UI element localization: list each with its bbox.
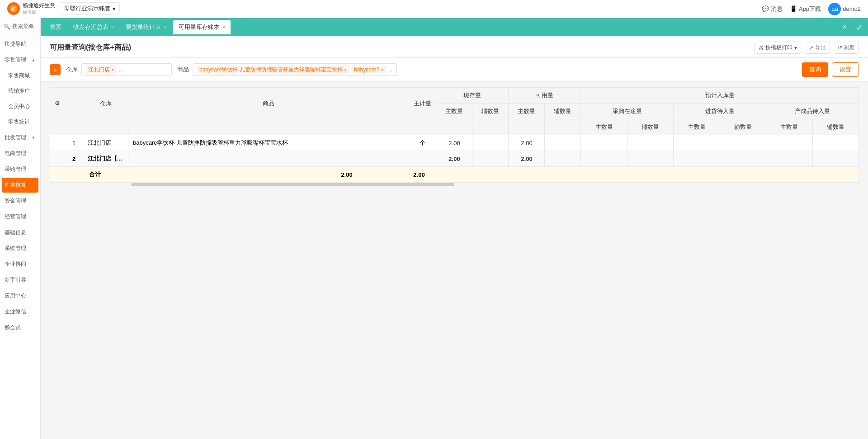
logo-sub-text: 标准版	[23, 9, 55, 15]
product-filter-tags[interactable]: babycare学饮杯 儿童防摔防撞吸管杯重力球吸嘴杯宝宝水杯 × babyca…	[193, 63, 397, 76]
page-header-actions: 🖨 按模板打印 ▾ ↗ 导出 ↺ 刷新	[754, 42, 859, 54]
tab-receive-label: 收发存汇总表	[73, 23, 108, 31]
sidebar-item-retail-stats[interactable]: 零售统计	[5, 114, 38, 129]
tab-available-inventory[interactable]: 可用量库存账本 ×	[173, 20, 231, 34]
row1-stock-main: 2.00	[436, 135, 472, 151]
row1-stock-aux	[472, 135, 509, 151]
table-row: 1 江北门店 babycare学饮杯 儿童防摔防撞吸管杯重力球吸嘴杯宝宝水杯 个…	[50, 135, 859, 151]
row2-available-main: 2.00	[509, 151, 545, 167]
sidebar-item-ecommerce-mgmt[interactable]: 电商管理	[2, 146, 38, 161]
product-tag-babycare2[interactable]: babycare? ×	[351, 66, 386, 74]
page-title: 可用量查询(按仓库+商品)	[50, 43, 131, 52]
row1-settings	[50, 135, 65, 151]
horizontal-scrollbar[interactable]	[50, 183, 859, 186]
sidebar-item-member-center[interactable]: 会员中心	[5, 99, 38, 114]
user-name: demo2	[843, 5, 861, 12]
user-profile[interactable]: Ea demo2	[828, 3, 861, 15]
product-more-indicator[interactable]: ...	[388, 66, 393, 73]
row2-warehouse: 江北门店【...	[83, 151, 128, 167]
col-stock-aux-header: 辅数量	[472, 104, 509, 119]
print-label: 按模板打印	[765, 44, 793, 52]
tab-receive-close[interactable]: ×	[111, 24, 114, 30]
col-inbound-aux-sub: 辅数量	[720, 119, 766, 135]
download-icon: 📱	[790, 5, 797, 12]
product-tag-close-2[interactable]: ×	[381, 67, 383, 72]
table-footer: 合计 2.00 2.00	[50, 167, 859, 183]
col-stock-main-header: 主数量	[436, 104, 472, 119]
tab-order-stats[interactable]: 要货单统计表 ×	[120, 20, 172, 34]
message-button[interactable]: 💬 消息	[762, 5, 783, 13]
warehouse-tag-jiangbei[interactable]: 江北门店 ×	[85, 65, 117, 75]
print-template-button[interactable]: 🖨 按模板打印 ▾	[754, 42, 801, 54]
warehouse-more-indicator[interactable]: ...	[118, 66, 123, 73]
col-stock-aux-sub	[472, 119, 509, 135]
industry-selector[interactable]: 母婴行业演示账套 ▾	[60, 2, 120, 15]
close-all-tabs-button[interactable]: ×	[839, 22, 850, 33]
sidebar-item-purchase-mgmt[interactable]: 采购管理	[2, 162, 38, 177]
warehouse-filter-tags[interactable]: 江北门店 × ...	[81, 63, 172, 76]
sidebar-item-inventory-check[interactable]: 库存核算	[2, 178, 38, 193]
product-filter-group: 商品 babycare学饮杯 儿童防摔防撞吸管杯重力球吸嘴杯宝宝水杯 × bab…	[177, 63, 397, 76]
row2-production-aux	[812, 151, 859, 167]
sidebar-search-label: 搜索菜单	[12, 23, 34, 30]
filter-expand-button[interactable]: »	[50, 64, 61, 75]
row1-product: babycare学饮杯 儿童防摔防撞吸管杯重力球吸嘴杯宝宝水杯	[128, 135, 409, 151]
product-tag-close-1[interactable]: ×	[344, 67, 347, 72]
sidebar-item-retail-mgmt[interactable]: 零售管理 ▲	[2, 52, 38, 67]
sidebar-item-finance-mgmt[interactable]: 资金管理	[2, 194, 38, 208]
sidebar-item-operations-mgmt[interactable]: 经营管理	[2, 209, 38, 224]
wholesale-expand-icon: ▼	[31, 135, 36, 140]
app-download-button[interactable]: 📱 App下载	[790, 5, 821, 13]
product-tag-text-2: babycare?	[354, 66, 379, 73]
col-seq-header	[65, 88, 83, 119]
logo-icon: 好	[7, 2, 20, 15]
sidebar-item-enterprise-collab[interactable]: 企业协同	[2, 257, 38, 272]
sidebar-item-member[interactable]: 畅会员	[2, 320, 38, 335]
refresh-button[interactable]: ↺ 刷新	[834, 42, 859, 54]
sidebar-item-quick-nav[interactable]: 快捷导航	[2, 37, 38, 52]
warehouse-tag-text: 江北门店	[88, 66, 110, 74]
footer-available-main: 2.00	[401, 171, 437, 178]
row2-product	[128, 151, 409, 167]
search-icon: 🔍	[4, 24, 10, 30]
sidebar-item-app-center[interactable]: 应用中心	[2, 288, 38, 303]
tab-available-close[interactable]: ×	[222, 24, 225, 30]
retail-sub-menu: 零售商城 营销推广 会员中心 零售统计	[0, 68, 40, 130]
tab-order-close[interactable]: ×	[164, 24, 166, 30]
sidebar-item-wholesale-mgmt[interactable]: 批发管理 ▼	[2, 130, 38, 145]
tab-home[interactable]: 首页	[44, 20, 67, 34]
sidebar-search[interactable]: 🔍 搜索菜单	[0, 18, 40, 33]
sidebar-item-system-mgmt[interactable]: 系统管理	[2, 241, 38, 256]
table-scroll[interactable]: ⚙ 仓库 商品 主计量 现存量 可用量 预计入库量	[50, 87, 859, 167]
sidebar-item-basic-info[interactable]: 基础信息	[2, 225, 38, 240]
query-button[interactable]: 查询	[802, 62, 828, 77]
restore-window-button[interactable]: ⤢	[854, 22, 864, 33]
sidebar: 🔍 搜索菜单 快捷导航 零售管理 ▲ 零售商城 营销推广 会员中心	[0, 18, 41, 439]
product-tag-babycare[interactable]: babycare学饮杯 儿童防摔防撞吸管杯重力球吸嘴杯宝宝水杯 ×	[197, 65, 349, 75]
content-area: 首页 收发存汇总表 × 要货单统计表 × 可用量库存账本 × × ⤢	[41, 18, 868, 439]
sidebar-item-enterprise-wechat[interactable]: 企业微信	[2, 304, 38, 319]
print-dropdown-icon: ▾	[794, 45, 797, 51]
export-button[interactable]: ↗ 导出	[805, 42, 830, 54]
export-icon: ↗	[809, 45, 813, 51]
col-seq-sub	[65, 119, 83, 135]
tab-receive-send-summary[interactable]: 收发存汇总表 ×	[68, 20, 119, 34]
product-filter-label: 商品	[177, 66, 189, 74]
tab-home-label: 首页	[50, 23, 61, 31]
sidebar-item-retail-mall[interactable]: 零售商城	[5, 68, 38, 83]
message-label: 消息	[771, 5, 783, 13]
svg-text:好: 好	[10, 7, 15, 11]
retail-expand-icon: ▲	[31, 57, 36, 62]
footer-label: 合计	[85, 170, 302, 179]
row2-available-aux	[545, 151, 581, 167]
sidebar-item-marketing[interactable]: 营销推广	[5, 84, 38, 99]
warehouse-tag-close[interactable]: ×	[111, 67, 114, 72]
table-header-row-3: 主数量 辅数量 主数量 辅数量 主数量 辅数量	[50, 119, 859, 135]
download-label: App下载	[799, 5, 821, 13]
settings-button[interactable]: 设置	[832, 62, 859, 77]
filter-expand-icon: »	[53, 66, 57, 73]
table-row: 2 江北门店【... 2.00 2.00	[50, 151, 859, 167]
col-settings-header[interactable]: ⚙	[50, 88, 65, 119]
sidebar-item-new-guide[interactable]: 新手引导	[2, 273, 38, 288]
industry-label: 母婴行业演示账套	[64, 5, 111, 13]
